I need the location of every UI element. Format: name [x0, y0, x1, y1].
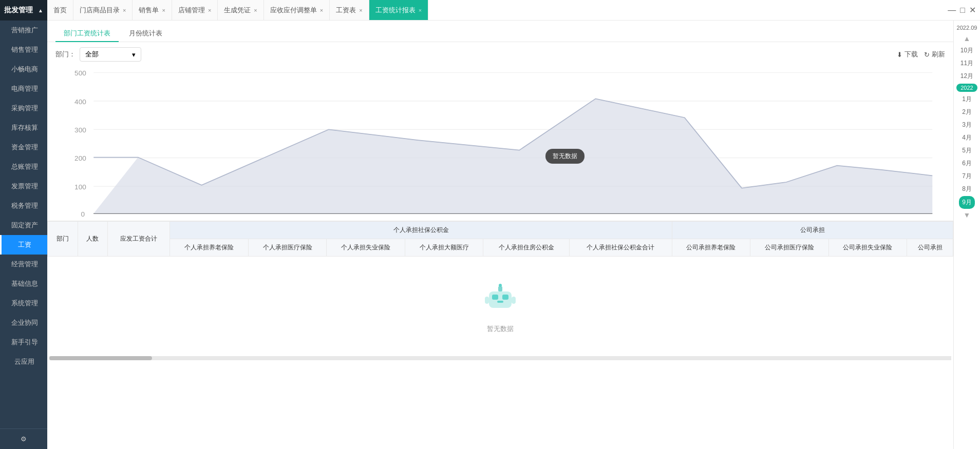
tab-生成凭证[interactable]: 生成凭证× [218, 0, 263, 20]
timeline-up-btn[interactable]: ▲ [962, 33, 972, 44]
tab-items: 首页门店商品目录×销售单×店铺管理×生成凭证×应收应付调整单×工资表×工资统计报… [47, 0, 428, 20]
svg-marker-12 [93, 99, 932, 213]
svg-text:200: 200 [74, 155, 86, 162]
dept-select[interactable]: 全部 ▾ [80, 47, 141, 62]
tab-label: 门店商品目录 [80, 6, 120, 15]
chart-no-data-tooltip: 暂无数据 [545, 149, 585, 164]
timeline-year-badge[interactable]: 2022 [956, 84, 977, 92]
download-button[interactable]: ⬇ 下载 [897, 50, 918, 59]
tab-首页[interactable]: 首页 [47, 0, 73, 20]
horizontal-scrollbar[interactable] [49, 356, 951, 360]
sidebar-item-系统管理[interactable]: 系统管理 [0, 294, 47, 313]
svg-rect-20 [512, 297, 516, 304]
window-maximize-btn[interactable]: □ [960, 6, 965, 15]
toolbar-left: 部门： 全部 ▾ [55, 47, 141, 62]
sidebar-item-企业协同[interactable]: 企业协同 [0, 313, 47, 333]
tab-工资表[interactable]: 工资表× [330, 0, 369, 20]
col-personal-housing: 个人承担住房公积金 [483, 239, 570, 257]
sidebar-item-总账管理[interactable]: 总账管理 [0, 157, 47, 177]
sidebar-item-基础信息[interactable]: 基础信息 [0, 274, 47, 294]
tab-销售单[interactable]: 销售单× [133, 0, 172, 20]
sidebar-item-新手引导[interactable]: 新手引导 [0, 333, 47, 352]
tab-close-icon[interactable]: × [162, 7, 165, 13]
chart-no-data-text: 暂无数据 [553, 152, 577, 160]
sidebar-item-营销推广[interactable]: 营销推广 [0, 21, 47, 40]
tab-close-icon[interactable]: × [123, 7, 126, 13]
col-personal-pension: 个人承担养老保险 [170, 239, 248, 257]
sidebar: 批发管理 ▲ 营销推广销售管理小畅电商电商管理采购管理库存核算资金管理总账管理发… [0, 0, 47, 449]
timeline-down-btn[interactable]: ▼ [962, 209, 972, 221]
sidebar-bottom: ⚙ [0, 428, 47, 449]
refresh-label: 刷新 [932, 50, 945, 59]
window-minimize-btn[interactable]: — [948, 6, 956, 15]
tab-应收应付调整单[interactable]: 应收应付调整单× [264, 0, 330, 20]
tab-工资统计报表[interactable]: 工资统计报表× [369, 0, 428, 20]
timeline-month-3月[interactable]: 3月 [957, 119, 977, 131]
toolbar-right: ⬇ 下载 ↻ 刷新 [897, 50, 945, 59]
tab-close-icon[interactable]: × [359, 7, 362, 13]
tab-close-icon[interactable]: × [254, 7, 257, 13]
sidebar-item-经营管理[interactable]: 经营管理 [0, 255, 47, 274]
sidebar-expand-icon[interactable]: ▲ [38, 8, 43, 13]
scrollbar-thumb[interactable] [49, 356, 152, 360]
sidebar-item-发票管理[interactable]: 发票管理 [0, 177, 47, 196]
tab-close-icon[interactable]: × [419, 7, 422, 13]
tab-label: 生成凭证 [224, 6, 251, 15]
tab-label: 首页 [53, 6, 67, 15]
page-content: 部门工资统计表月份统计表 部门： 全部 ▾ ⬇ 下载 ↻ [47, 21, 953, 449]
col-group-company: 公司承担 [672, 222, 953, 239]
timeline-month-7月[interactable]: 7月 [957, 170, 977, 183]
sidebar-item-云应用[interactable]: 云应用 [0, 352, 47, 372]
toolbar: 部门： 全部 ▾ ⬇ 下载 ↻ 刷新 [47, 42, 953, 67]
timeline-header: 2022.09 [956, 23, 978, 33]
tab-close-icon[interactable]: × [320, 7, 323, 13]
settings-button[interactable]: ⚙ [0, 429, 47, 449]
col-personal-medical: 个人承担医疗保险 [248, 239, 326, 257]
tab-label: 工资表 [336, 6, 356, 15]
timeline-month-6月[interactable]: 6月 [957, 157, 977, 170]
timeline-month-8月[interactable]: 8月 [957, 183, 977, 196]
svg-rect-16 [497, 301, 503, 303]
sidebar-item-税务管理[interactable]: 税务管理 [0, 196, 47, 216]
tab-close-icon[interactable]: × [208, 7, 211, 13]
sidebar-header[interactable]: 批发管理 ▲ [0, 0, 47, 21]
empty-state: 暂无数据 [48, 257, 953, 354]
timeline-month-11月[interactable]: 11月 [957, 57, 976, 70]
tab-label: 销售单 [139, 6, 159, 15]
timeline-month-5月[interactable]: 5月 [957, 144, 977, 157]
timeline-month-2月[interactable]: 2月 [957, 106, 977, 119]
table-area[interactable]: 部门 人数 应发工资合计 个人承担社保公积金 公司承担 个人承担养老保险 个人承… [47, 221, 953, 449]
window-close-btn[interactable]: ✕ [969, 5, 976, 15]
sidebar-item-采购管理[interactable]: 采购管理 [0, 99, 47, 118]
data-table: 部门 人数 应发工资合计 个人承担社保公积金 公司承担 个人承担养老保险 个人承… [47, 221, 953, 354]
col-group-personal: 个人承担社保公积金 [170, 222, 672, 239]
sidebar-item-电商管理[interactable]: 电商管理 [0, 79, 47, 99]
sidebar-item-库存核算[interactable]: 库存核算 [0, 118, 47, 138]
empty-text: 暂无数据 [487, 324, 514, 334]
timeline-month-12月[interactable]: 12月 [957, 70, 976, 83]
subtab-月份统计表[interactable]: 月份统计表 [121, 26, 171, 42]
timeline-month-1月[interactable]: 1月 [957, 93, 977, 106]
svg-rect-19 [485, 297, 489, 304]
empty-icon [480, 277, 521, 318]
col-personal-total: 个人承担社保公积金合计 [570, 239, 672, 257]
tab-bar: 首页门店商品目录×销售单×店铺管理×生成凭证×应收应付调整单×工资表×工资统计报… [47, 0, 980, 21]
timeline-month-9月[interactable]: 9月 [959, 196, 975, 209]
sidebar-item-固定资产[interactable]: 固定资产 [0, 216, 47, 235]
timeline-month-10月[interactable]: 10月 [957, 44, 976, 57]
sidebar-item-销售管理[interactable]: 销售管理 [0, 40, 47, 60]
svg-point-18 [499, 284, 502, 287]
col-company-other: 公司承担 [907, 239, 953, 257]
timeline-month-4月[interactable]: 4月 [957, 131, 977, 144]
subtab-部门工资统计表[interactable]: 部门工资统计表 [55, 26, 119, 42]
refresh-button[interactable]: ↻ 刷新 [924, 50, 945, 59]
tab-店铺管理[interactable]: 店铺管理× [172, 0, 218, 20]
tab-门店商品目录[interactable]: 门店商品目录× [73, 0, 133, 20]
sidebar-item-小畅电商[interactable]: 小畅电商 [0, 60, 47, 79]
col-total-salary: 应发工资合计 [108, 222, 170, 257]
sidebar-item-工资[interactable]: 工资 [0, 235, 47, 255]
dept-value: 全部 [85, 50, 99, 59]
sidebar-item-资金管理[interactable]: 资金管理 [0, 138, 47, 157]
svg-text:300: 300 [74, 127, 86, 134]
chart-svg: 500 400 300 200 100 0 [55, 67, 945, 221]
